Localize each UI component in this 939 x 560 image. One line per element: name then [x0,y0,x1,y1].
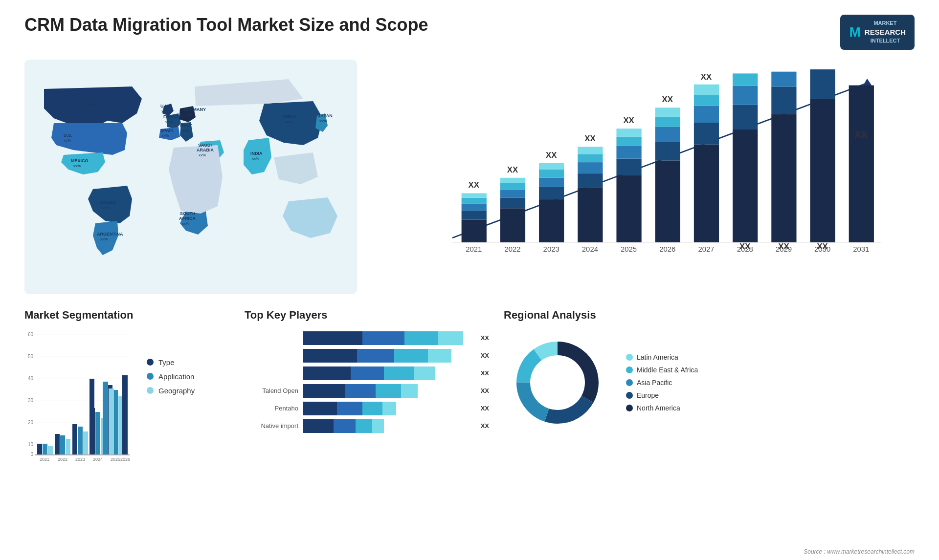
svg-text:0: 0 [30,452,33,457]
india-value: xx% [252,156,259,161]
player-xx-2: XX [481,352,489,359]
page: CRM Data Migration Tool Market Size and … [0,0,939,560]
donut-container [504,329,611,436]
legend-asia-pacific: Asia Pacific [626,379,698,387]
france-value: xx% [165,120,173,124]
svg-text:2031: 2031 [853,245,869,253]
saudi-value: xx% [199,153,206,157]
svg-text:XX: XX [546,151,557,160]
svg-rect-23 [578,162,603,173]
svg-rect-27 [616,175,641,242]
asia-pacific-dot [626,379,633,386]
seg-chart-svg-container: 60 50 40 30 20 10 0 [24,329,132,466]
source-text: Source : www.marketresearchintellect.com [804,548,915,555]
japan-value: xx% [319,119,327,123]
player-label-talend: Talend Open [245,387,298,394]
svg-rect-90 [60,435,65,454]
svg-rect-52 [810,99,835,242]
player-bar-seg [303,419,334,433]
regional-legend: Latin America Middle East & Africa Asia … [626,353,698,412]
svg-text:XX: XX [584,134,596,143]
player-bar-seg [303,331,362,345]
svg-rect-87 [43,444,47,454]
bar-chart-container: XX XX XX [372,60,915,294]
svg-rect-102 [122,375,128,454]
legend-geo-dot [147,387,154,394]
svg-rect-101 [89,379,94,454]
svg-rect-36 [655,117,680,127]
svg-text:2023: 2023 [543,245,559,253]
svg-text:XX: XX [623,116,634,125]
player-label-native: Native import [245,422,298,430]
world-map-container: CANADA xx% U.S. xx% MEXICO xx% BRAZIL xx… [24,60,357,294]
header: CRM Data Migration Tool Market Size and … [24,15,915,50]
svg-text:XX: XX [507,165,518,174]
player-bar-2 [303,349,472,363]
svg-rect-39 [694,145,719,242]
player-bar-seg [303,366,351,380]
svg-text:2022: 2022 [58,457,67,462]
svg-text:2025: 2025 [621,245,637,253]
seasia-region [274,152,318,184]
logo-text: MARKET RESEARCH INTELLECT [865,20,906,45]
key-players-title: Top Key Players [245,309,489,322]
svg-rect-103 [103,382,108,454]
svg-text:50: 50 [28,354,34,359]
spain-value: xx% [161,133,169,138]
player-xx-3: XX [481,369,489,377]
legend-europe: Europe [626,391,698,399]
player-bar-seg [404,331,438,345]
player-bar-seg [303,384,345,398]
svg-rect-5 [462,204,487,211]
svg-rect-47 [733,86,758,105]
svg-rect-43 [694,85,719,95]
svg-text:2024: 2024 [93,457,103,462]
legend-latin-america: Latin America [626,353,698,361]
segmentation-title: Market Segmentation [24,309,230,322]
donut-svg [504,329,611,436]
svg-rect-19 [539,163,564,170]
svg-point-116 [535,360,580,405]
player-bar-seg [356,419,372,433]
svg-rect-35 [655,127,680,141]
player-row-1: XX [245,331,489,345]
svg-rect-86 [37,444,42,454]
player-bar-seg [376,384,401,398]
us-label: U.S. [64,133,72,138]
svg-rect-11 [500,190,525,198]
svg-rect-37 [655,108,680,117]
segmentation-panel: Market Segmentation 60 50 40 30 20 10 0 [24,309,230,504]
italy-label: ITALY [180,123,192,128]
svg-text:2021: 2021 [40,457,49,462]
germany-label: GERMANY [183,107,206,112]
player-bar-seg [345,384,376,398]
bar-chart-svg: XX XX XX [401,69,905,270]
logo-m-icon: M [849,22,860,42]
player-bar-1 [303,331,472,345]
legend-app-dot [147,373,154,380]
player-bar-seg [337,402,362,415]
argentina-value: xx% [100,237,108,241]
svg-rect-92 [72,424,77,454]
svg-rect-91 [66,439,70,454]
europe-dot [626,392,633,399]
germany-value: xx% [186,112,193,117]
svg-text:2026: 2026 [659,245,675,253]
svg-rect-13 [500,178,525,183]
svg-text:2023: 2023 [75,457,85,462]
player-row-native: Native import XX [245,419,489,433]
svg-text:2021: 2021 [466,245,482,253]
players-chart: XX XX [245,329,489,433]
player-row-3: XX [245,366,489,380]
svg-rect-53 [810,69,835,99]
svg-rect-30 [616,137,641,146]
svg-rect-41 [694,106,719,122]
svg-text:2022: 2022 [504,245,520,253]
key-players-panel: Top Key Players XX [245,309,489,504]
svg-rect-42 [694,95,719,106]
italy-value: xx% [181,129,189,133]
svg-rect-25 [578,147,603,154]
svg-rect-49 [771,114,796,242]
seg-legend: Type Application Geography [147,329,195,395]
svg-rect-54 [849,85,874,242]
